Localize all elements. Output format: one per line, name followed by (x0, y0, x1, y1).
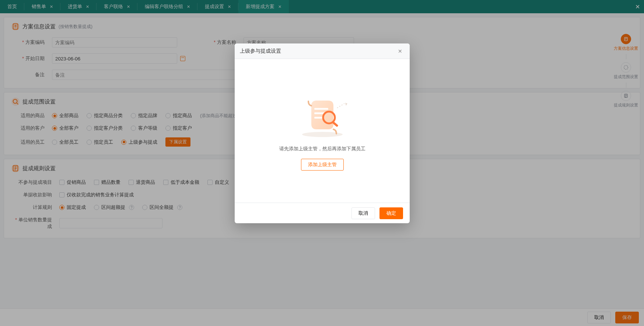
modal-close-button[interactable]: ✕ (396, 47, 405, 56)
supervisor-modal: 上级参与提成设置 ✕ (235, 43, 410, 223)
svg-rect-7 (314, 108, 328, 110)
modal-ok-button[interactable]: 确定 (379, 207, 403, 219)
modal-cancel-button[interactable]: 取消 (351, 207, 375, 219)
modal-message: 请先添加上级主管，然后再添加下属员工 (279, 146, 365, 152)
modal-header: 上级参与提成设置 ✕ (235, 43, 410, 59)
svg-rect-9 (314, 117, 323, 119)
empty-illustration (293, 95, 352, 139)
modal-body: 请先添加上级主管，然后再添加下属员工 添加上级主管 (235, 59, 410, 203)
svg-marker-12 (345, 103, 347, 106)
modal-title: 上级参与提成设置 (240, 48, 281, 55)
modal-footer: 取消 确定 (235, 203, 410, 223)
add-supervisor-button[interactable]: 添加上级主管 (301, 159, 344, 171)
